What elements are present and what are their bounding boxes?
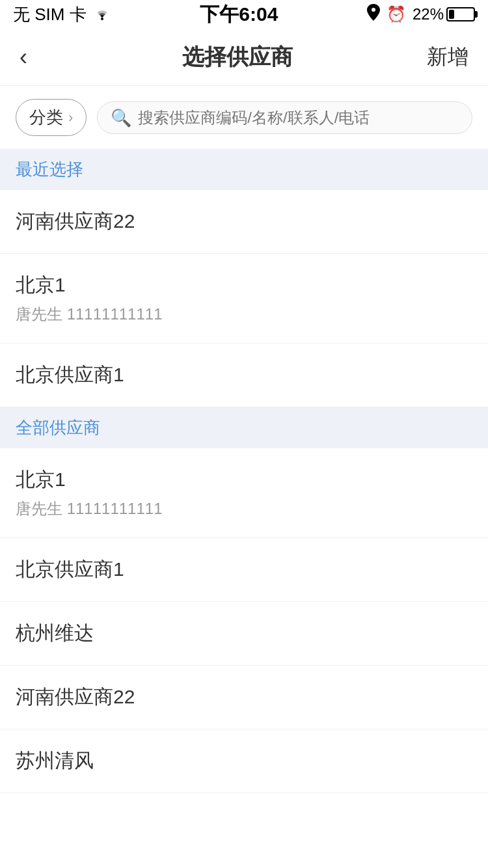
all-section-label: 全部供应商 [16,418,100,437]
list-item[interactable]: 北京供应商1 [0,344,488,407]
add-button[interactable]: 新增 [416,43,468,72]
page-title: 选择供应商 [59,42,416,72]
status-carrier-wifi: 无 SIM 卡 [13,3,111,26]
alarm-icon: ⏰ [386,5,406,23]
status-bar: 无 SIM 卡 下午6:04 ⏰ 22% [0,0,488,29]
item-name: 北京1 [16,272,472,299]
category-label: 分类 [29,106,63,129]
recent-items-list: 河南供应商22北京1唐先生 11111111111北京供应商1 [0,190,488,407]
list-item[interactable]: 北京1唐先生 11111111111 [0,448,488,538]
item-sub: 唐先生 11111111111 [16,304,472,325]
list-item[interactable]: 河南供应商22 [0,190,488,254]
list-item[interactable]: 北京1唐先生 11111111111 [0,254,488,344]
search-input[interactable] [138,109,459,127]
list-item[interactable]: 河南供应商22 [0,666,488,729]
item-name: 杭州维达 [16,620,472,647]
chevron-right-icon: › [68,109,73,126]
list-item[interactable]: 杭州维达 [0,602,488,666]
battery-icon [446,7,475,21]
svg-point-0 [101,18,103,20]
battery-indicator: 22% [413,5,475,23]
category-button[interactable]: 分类 › [16,99,87,136]
recent-section-header: 最近选择 [0,149,488,190]
search-icon: 🔍 [111,109,131,126]
recent-section-label: 最近选择 [16,159,83,179]
wifi-icon [93,5,111,25]
back-button[interactable]: ‹ [20,44,59,71]
item-name: 北京供应商1 [16,362,472,388]
all-items-list: 北京1唐先生 11111111111北京供应商1杭州维达河南供应商22苏州清风 [0,448,488,793]
status-right: ⏰ 22% [367,4,475,25]
list-item[interactable]: 北京供应商1 [0,538,488,602]
search-box[interactable]: 🔍 [97,102,472,134]
item-name: 河南供应商22 [16,208,472,235]
item-name: 河南供应商22 [16,684,472,711]
carrier-text: 无 SIM 卡 [13,3,87,26]
all-section-header: 全部供应商 [0,407,488,448]
location-icon [367,4,380,25]
battery-percent: 22% [413,5,444,23]
item-name: 苏州清风 [16,748,472,774]
status-time: 下午6:04 [200,1,278,28]
filter-bar: 分类 › 🔍 [0,86,488,149]
list-item[interactable]: 苏州清风 [0,729,488,793]
item-sub: 唐先生 11111111111 [16,498,472,519]
item-name: 北京供应商1 [16,556,472,583]
item-name: 北京1 [16,467,472,493]
nav-bar: ‹ 选择供应商 新增 [0,29,488,86]
